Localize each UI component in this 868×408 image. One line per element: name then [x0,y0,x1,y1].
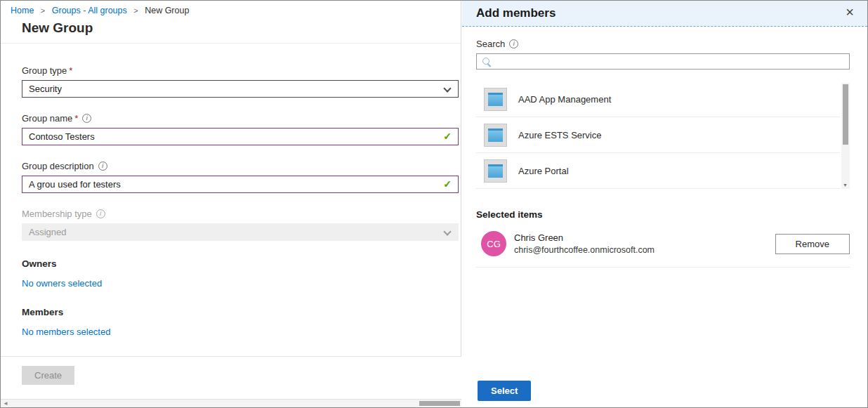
blade-footer: Create [1,356,461,399]
vertical-scrollbar[interactable]: ▼ [841,83,850,189]
owners-heading: Owners [22,258,459,269]
list-item[interactable]: Azure ESTS Service [476,117,840,153]
group-name-input-wrap: ✓ [22,128,459,145]
app-window-glyph [488,129,503,142]
info-icon: i [96,209,105,218]
app-icon [484,88,507,111]
add-members-header: Add members × [462,1,867,27]
info-icon: i [509,39,518,48]
horizontal-scrollbar[interactable]: ◄ [1,399,461,407]
valid-check-icon: ✓ [443,131,452,142]
info-icon: i [82,114,91,123]
membership-type-label: Membership type i [22,209,459,219]
blade-header: Home > Groups - All groups > New Group N… [1,1,461,44]
scroll-left-arrow-icon[interactable]: ◄ [3,400,8,407]
breadcrumb-current: New Group [145,6,189,15]
required-asterisk: * [74,113,78,124]
new-group-blade: Home > Groups - All groups > New Group N… [1,1,461,407]
vertical-scrollbar-thumb[interactable] [843,84,848,145]
owners-selected-link[interactable]: No owners selected [22,278,102,289]
members-heading: Members [22,307,459,317]
breadcrumb: Home > Groups - All groups > New Group [1,1,461,15]
search-label-text: Search [476,39,505,49]
group-description-label-text: Group description [22,161,94,171]
search-box [476,53,850,70]
required-asterisk: * [69,65,72,76]
group-name-input[interactable] [29,131,452,142]
breadcrumb-separator: > [41,6,45,15]
add-members-body: Search i AAD App Management Azure ESTS S… [462,39,867,408]
azure-portal-window: Home > Groups - All groups > New Group N… [0,0,868,408]
app-icon [484,124,507,147]
list-item[interactable]: Azure Portal [476,153,840,189]
chevron-down-icon [443,84,451,92]
group-description-input-wrap: ✓ [22,176,459,193]
page-title: New Group [22,20,461,36]
close-icon[interactable]: × [841,3,858,21]
breadcrumb-home[interactable]: Home [11,6,34,15]
result-name: Azure Portal [518,166,569,176]
add-members-panel: Add members × Search i AAD App Managemen… [462,1,867,407]
avatar: CG [481,231,506,256]
result-name: Azure ESTS Service [518,130,602,140]
horizontal-scrollbar-thumb[interactable] [419,401,460,406]
members-selected-link[interactable]: No members selected [22,327,110,337]
search-results-list: AAD App Management Azure ESTS Service Az… [476,81,850,189]
selected-item-name: Chris Green [514,232,655,243]
panel-title: Add members [476,6,555,20]
group-type-field: Group type* Security [22,65,459,98]
breadcrumb-groups-all-groups[interactable]: Groups - All groups [52,6,127,15]
group-description-label: Group description i [22,161,459,171]
group-type-label: Group type* [22,65,459,76]
group-type-value: Security [29,84,62,94]
info-icon: i [98,162,107,171]
membership-type-value: Assigned [29,227,66,237]
membership-type-field: Membership type i Assigned [22,209,459,241]
remove-button[interactable]: Remove [775,234,850,254]
group-description-field: Group description i ✓ [22,161,459,193]
app-window-glyph [488,164,503,178]
selected-item-email: chris@fourthcoffee.onmicrosoft.com [514,245,655,255]
group-name-field: Group name* i ✓ [22,113,459,145]
membership-type-dropdown: Assigned [22,223,459,241]
result-name: AAD App Management [518,94,611,105]
create-button[interactable]: Create [22,366,74,385]
search-label: Search i [476,39,850,49]
app-window-glyph [488,93,503,106]
group-type-label-text: Group type [22,65,67,76]
scroll-down-arrow-icon[interactable]: ▼ [843,183,848,187]
list-item[interactable]: AAD App Management [476,81,840,117]
group-name-label-text: Group name [22,113,72,124]
group-type-dropdown[interactable]: Security [22,80,459,98]
chevron-down-icon [443,228,451,235]
group-name-label: Group name* i [22,113,459,124]
app-icon [484,159,507,183]
breadcrumb-separator: > [133,6,138,15]
search-icon [482,58,489,65]
membership-type-label-text: Membership type [22,209,92,219]
selected-items-heading: Selected items [476,209,850,220]
select-button[interactable]: Select [478,381,531,401]
group-description-input[interactable] [29,179,452,190]
selected-item-text: Chris Green chris@fourthcoffee.onmicroso… [514,232,655,255]
search-input[interactable] [495,55,846,68]
new-group-form: Group type* Security Group name* i ✓ [1,65,459,338]
selected-item-row: CG Chris Green chris@fourthcoffee.onmicr… [476,231,850,268]
valid-check-icon: ✓ [443,178,452,190]
